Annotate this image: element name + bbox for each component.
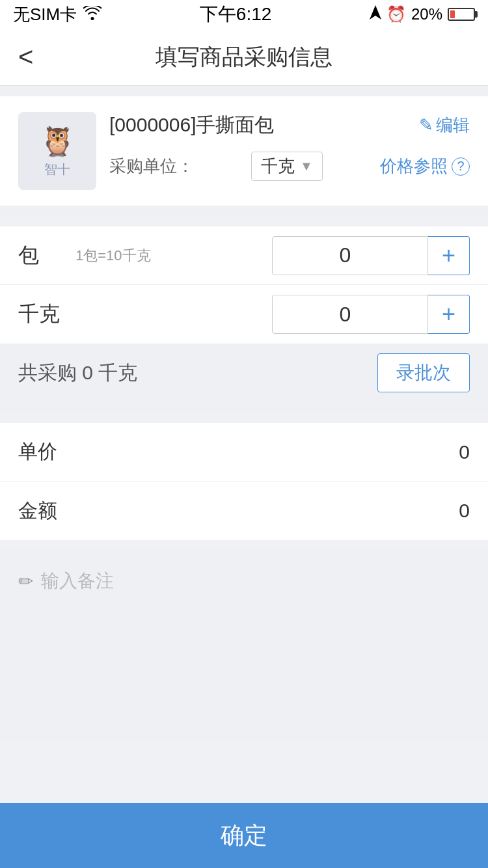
amount-row: 金额 0: [0, 481, 488, 540]
unit-value: 千克: [261, 155, 295, 178]
divider-summary: [0, 402, 488, 413]
status-bar: 无SIM卡 下午6:12 ⏰ 20%: [0, 0, 488, 29]
svg-marker-0: [370, 5, 381, 20]
pack-label: 包: [18, 241, 70, 270]
confirm-label: 确定: [221, 820, 267, 852]
confirm-button[interactable]: 确定: [0, 803, 488, 868]
price-ref-button[interactable]: 价格参照 ?: [380, 155, 470, 178]
thumb-sub-text: 智十: [44, 161, 70, 178]
back-button[interactable]: <: [18, 42, 33, 72]
amount-value: 0: [459, 500, 470, 522]
note-section[interactable]: ✏ 输入备注: [0, 550, 488, 612]
kg-input-box: +: [272, 295, 470, 334]
product-unit-row: 采购单位： 千克 ▼ 价格参照 ?: [109, 152, 470, 181]
status-time: 下午6:12: [200, 2, 272, 27]
pack-sub: 1包=10千克: [75, 246, 272, 265]
battery-percent: 20%: [411, 5, 442, 23]
kg-label: 千克: [18, 300, 70, 329]
battery-icon: [448, 8, 475, 21]
owl-icon: 🦉: [40, 124, 75, 158]
info-icon: ?: [452, 157, 470, 176]
edit-button[interactable]: ✎ 编辑: [419, 114, 470, 137]
product-info: [0000006]手撕面包 ✎ 编辑 采购单位： 千克 ▼ 价格参照 ?: [109, 112, 470, 181]
nav-bar: < 填写商品采购信息: [0, 29, 488, 86]
status-left: 无SIM卡: [13, 3, 102, 26]
kg-input[interactable]: [272, 295, 428, 334]
edit-icon: ✎: [419, 115, 433, 135]
pack-input[interactable]: [272, 236, 428, 275]
dropdown-arrow-icon: ▼: [300, 159, 313, 174]
kg-row: 千克 +: [0, 285, 488, 344]
divider-product: [0, 206, 488, 216]
product-thumbnail: 🦉 智十: [18, 112, 96, 190]
alarm-icon: ⏰: [386, 5, 406, 23]
divider-top: [0, 86, 488, 96]
wifi-icon: [83, 5, 102, 25]
quantity-section: 包 1包=10千克 + 千克 +: [0, 226, 488, 344]
pack-input-box: +: [272, 236, 470, 275]
pack-plus-button[interactable]: +: [428, 236, 470, 275]
amount-label: 金额: [18, 498, 57, 524]
unit-price-value: 0: [459, 441, 470, 463]
unit-select[interactable]: 千克 ▼: [251, 152, 323, 181]
pencil-icon: ✏: [18, 571, 33, 592]
unit-price-row: 单价 0: [0, 423, 488, 481]
kg-plus-button[interactable]: +: [428, 295, 470, 334]
summary-text: 共采购 0 千克: [18, 360, 137, 387]
carrier-label: 无SIM卡: [13, 3, 77, 26]
status-right: ⏰ 20%: [370, 5, 475, 23]
product-full-name: [0000006]手撕面包: [109, 112, 274, 139]
content-spacer: [0, 612, 488, 742]
note-placeholder: 输入备注: [41, 569, 114, 593]
product-card: 🦉 智十 [0000006]手撕面包 ✎ 编辑 采购单位： 千克 ▼ 价格参照 …: [0, 96, 488, 206]
edit-label: 编辑: [436, 114, 470, 137]
page-title: 填写商品采购信息: [156, 42, 332, 72]
batch-button[interactable]: 录批次: [377, 353, 470, 392]
unit-price-label: 单价: [18, 439, 57, 465]
price-ref-label: 价格参照: [380, 155, 448, 178]
pack-row: 包 1包=10千克 +: [0, 226, 488, 285]
product-name-row: [0000006]手撕面包 ✎ 编辑: [109, 112, 470, 139]
unit-label: 采购单位：: [109, 155, 194, 178]
summary-row: 共采购 0 千克 录批次: [0, 344, 488, 402]
summary-section: 共采购 0 千克 录批次: [0, 344, 488, 402]
location-icon: [370, 5, 381, 23]
price-section: 单价 0 金额 0: [0, 423, 488, 540]
